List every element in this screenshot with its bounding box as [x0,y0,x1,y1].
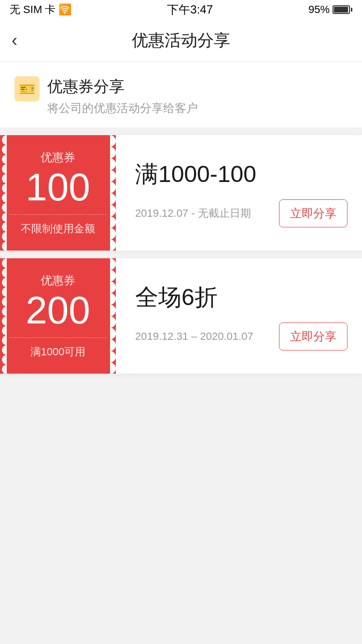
coupon-card-2: 优惠券 200 满1000可用 全场6折 2019.12.31 – 2020.0… [0,258,362,374]
coupon-date-2: 2019.12.31 – 2020.01.07 [135,330,271,343]
coupon-date-1: 2019.12.07 - 无截止日期 [135,206,271,221]
coupon-left-2: 优惠券 200 满1000可用 [0,258,116,374]
coupon-condition-1: 不限制使用金额 [21,222,95,236]
section-subtitle: 将公司的优惠活动分享给客户 [47,100,198,116]
coupon-divider-2 [10,337,106,338]
coupon-divider-1 [10,214,106,215]
nav-bar: ‹ 优惠活动分享 [0,19,362,62]
coupon-bottom-1: 2019.12.07 - 无截止日期 立即分享 [135,199,348,227]
coupon-value-1: 100 [26,168,90,207]
coupon-right-1: 满1000-100 2019.12.07 - 无截止日期 立即分享 [116,135,362,251]
sim-label: 无 SIM 卡 🛜 [10,2,71,17]
coupon-list: 优惠券 100 不限制使用金额 满1000-100 2019.12.07 - 无… [0,135,362,393]
back-button[interactable]: ‹ [12,30,17,51]
share-button-1[interactable]: 立即分享 [279,199,348,227]
coupon-right-2: 全场6折 2019.12.31 – 2020.01.07 立即分享 [116,258,362,374]
status-time: 下午3:47 [167,2,213,17]
status-left: 无 SIM 卡 🛜 [10,2,71,17]
coupon-label-1: 优惠券 [41,150,75,165]
battery-percentage: 95% [308,3,330,16]
coupon-card: 优惠券 100 不限制使用金额 满1000-100 2019.12.07 - 无… [0,135,362,251]
content: 🎫 优惠券分享 将公司的优惠活动分享给客户 优惠券 100 不限制使用金额 满1… [0,62,362,393]
section-icon: 🎫 [14,76,40,101]
share-button-2[interactable]: 立即分享 [279,322,348,350]
coupon-name-2: 全场6折 [135,282,348,313]
section-title: 优惠券分享 [47,76,198,98]
status-right: 95% [308,3,352,16]
battery-icon [333,5,352,14]
section-header: 🎫 优惠券分享 将公司的优惠活动分享给客户 [0,62,362,127]
coupon-label-2: 优惠券 [41,273,75,288]
page-title: 优惠活动分享 [132,29,230,52]
coupon-left-1: 优惠券 100 不限制使用金额 [0,135,116,251]
status-bar: 无 SIM 卡 🛜 下午3:47 95% [0,0,362,19]
section-text: 优惠券分享 将公司的优惠活动分享给客户 [47,76,198,116]
coupon-condition-2: 满1000可用 [30,345,86,359]
coupon-name-1: 满1000-100 [135,159,348,190]
coupon-bottom-2: 2019.12.31 – 2020.01.07 立即分享 [135,322,348,350]
coupon-value-2: 200 [26,291,90,330]
